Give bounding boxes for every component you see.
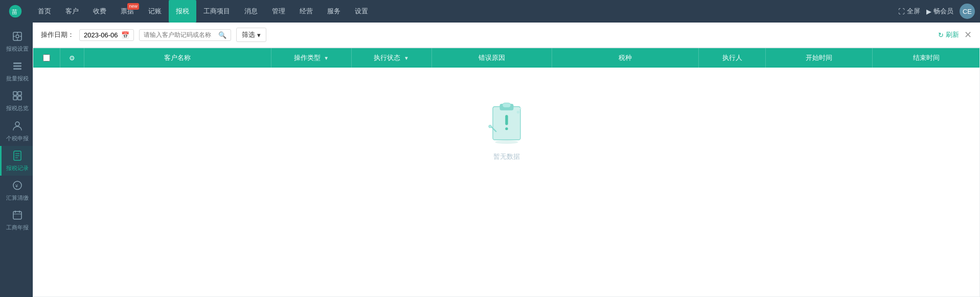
svg-point-32 xyxy=(488,125,491,128)
svg-point-15 xyxy=(15,122,19,126)
personal-tax-icon xyxy=(12,120,23,133)
fullscreen-icon: ⛶ xyxy=(898,8,905,15)
gear-icon[interactable]: ⚙ xyxy=(69,54,75,62)
sidebar-item-annual-report[interactable]: 工商年报 xyxy=(0,205,33,235)
th-executor: 执行人 xyxy=(699,48,766,68)
svg-text:¥: ¥ xyxy=(15,183,18,188)
tax-records-icon xyxy=(12,150,23,163)
nav-item-operation[interactable]: 经营 xyxy=(292,0,320,23)
nav-item-invoice[interactable]: 票据new xyxy=(113,0,141,23)
th-gear: ⚙ xyxy=(60,48,84,68)
sidebar-label-batch-tax: 批量报税 xyxy=(6,75,29,82)
sidebar-item-batch-tax[interactable]: 批量报税 xyxy=(0,56,33,86)
data-table: ⚙ 客户名称 操作类型 ▼ 执行状态 ▼ xyxy=(33,48,979,192)
svg-point-3 xyxy=(16,35,19,38)
annual-report-icon xyxy=(12,209,23,222)
sidebar-label-annual-report: 工商年报 xyxy=(6,224,29,231)
svg-rect-14 xyxy=(18,96,21,100)
sidebar-item-settlement[interactable]: ¥汇算清缴 xyxy=(0,176,33,205)
nav-items: 首页客户收费票据new记账报税工商项目消息管理经营服务设置 xyxy=(31,0,898,23)
th-error-reason: 错误原因 xyxy=(431,48,552,68)
nav-item-industry[interactable]: 工商项目 xyxy=(196,0,237,23)
svg-rect-28 xyxy=(502,103,510,108)
nav-item-billing[interactable]: 收费 xyxy=(86,0,113,23)
th-tax-type: 税种 xyxy=(552,48,699,68)
content-area: 操作日期： 2023-06-06 📅 🔍 筛选 ▾ ↻ 刷新 ✕ xyxy=(33,23,980,297)
sidebar-label-personal-tax: 个税申报 xyxy=(6,135,29,142)
nav-item-settings[interactable]: 设置 xyxy=(348,0,375,23)
svg-rect-13 xyxy=(13,96,17,100)
th-exec-status[interactable]: 执行状态 ▼ xyxy=(351,48,431,68)
batch-tax-icon xyxy=(12,60,23,73)
filter-button[interactable]: 筛选 ▾ xyxy=(236,28,266,42)
empty-state: 暂无数据 xyxy=(33,68,979,192)
svg-rect-30 xyxy=(505,128,508,130)
svg-rect-9 xyxy=(13,66,21,67)
nav-item-management[interactable]: 管理 xyxy=(265,0,292,23)
refresh-label: 刷新 xyxy=(946,30,959,39)
date-label: 操作日期： xyxy=(41,30,74,39)
refresh-icon: ↻ xyxy=(938,31,944,39)
tax-overview-icon xyxy=(12,90,23,103)
member-label: 畅会员 xyxy=(933,7,953,16)
close-button[interactable]: ✕ xyxy=(964,30,972,39)
sidebar-item-tax-overview[interactable]: 报税总览 xyxy=(0,86,33,116)
date-picker[interactable]: 2023-06-06 📅 xyxy=(79,29,134,41)
sidebar-item-tax-records[interactable]: 报税记录 xyxy=(0,146,33,176)
toolbar: 操作日期： 2023-06-06 📅 🔍 筛选 ▾ ↻ 刷新 ✕ xyxy=(33,23,980,48)
sidebar: 报税设置批量报税报税总览个税申报报税记录¥汇算清缴工商年报 xyxy=(0,23,33,297)
empty-icon xyxy=(484,98,530,146)
toolbar-right: ↻ 刷新 ✕ xyxy=(938,30,972,39)
table-body: 暂无数据 xyxy=(33,68,979,192)
video-icon: ▶ xyxy=(926,8,931,15)
sidebar-label-tax-overview: 报税总览 xyxy=(6,105,29,112)
empty-text: 暂无数据 xyxy=(493,152,520,161)
tax-settings-icon xyxy=(12,31,23,44)
nav-item-customers[interactable]: 客户 xyxy=(58,0,86,23)
avatar[interactable]: CE xyxy=(960,4,975,19)
nav-item-home[interactable]: 首页 xyxy=(31,0,58,23)
th-start-time: 开始时间 xyxy=(766,48,873,68)
nav-item-message[interactable]: 消息 xyxy=(237,0,265,23)
nav-item-tax[interactable]: 报税 xyxy=(169,0,196,23)
svg-point-35 xyxy=(495,140,518,144)
app-logo[interactable]: 苗 xyxy=(5,1,26,22)
th-checkbox xyxy=(33,48,60,68)
sidebar-label-settlement: 汇算清缴 xyxy=(6,195,29,201)
th-op-type[interactable]: 操作类型 ▼ xyxy=(271,48,351,68)
svg-rect-10 xyxy=(13,68,21,70)
svg-rect-8 xyxy=(13,62,21,64)
calendar-icon: 📅 xyxy=(121,31,129,39)
main-layout: 报税设置批量报税报税总览个税申报报税记录¥汇算清缴工商年报 操作日期： 2023… xyxy=(0,23,980,297)
sidebar-item-tax-settings[interactable]: 报税设置 xyxy=(0,27,33,56)
nav-item-bookkeeping[interactable]: 记账 xyxy=(141,0,169,23)
nav-badge-invoice: new xyxy=(127,3,139,10)
search-input[interactable] xyxy=(144,31,215,38)
svg-rect-29 xyxy=(505,115,508,125)
data-table-container: ⚙ 客户名称 操作类型 ▼ 执行状态 ▼ xyxy=(33,48,980,297)
svg-point-33 xyxy=(516,111,519,113)
svg-rect-11 xyxy=(13,92,17,95)
nav-right: ⛶ 全屏 ▶ 畅会员 CE xyxy=(898,4,975,19)
filter-label: 筛选 xyxy=(242,30,255,39)
fullscreen-label: 全屏 xyxy=(907,7,920,16)
sidebar-label-tax-records: 报税记录 xyxy=(6,165,29,172)
sort-icon-optype: ▼ xyxy=(324,55,329,61)
sort-icon-status: ▼ xyxy=(404,55,409,61)
th-customer-name: 客户名称 xyxy=(84,48,271,68)
fullscreen-btn[interactable]: ⛶ 全屏 xyxy=(898,7,920,16)
sidebar-item-personal-tax[interactable]: 个税申报 xyxy=(0,116,33,146)
chevron-down-icon: ▾ xyxy=(257,31,261,39)
search-icon: 🔍 xyxy=(218,31,226,39)
nav-item-service[interactable]: 服务 xyxy=(320,0,348,23)
refresh-button[interactable]: ↻ 刷新 xyxy=(938,30,959,39)
date-value: 2023-06-06 xyxy=(84,31,118,39)
sidebar-label-tax-settings: 报税设置 xyxy=(6,46,29,52)
svg-text:苗: 苗 xyxy=(12,9,17,15)
search-box[interactable]: 🔍 xyxy=(139,29,231,41)
member-btn[interactable]: ▶ 畅会员 xyxy=(926,7,953,16)
settlement-icon: ¥ xyxy=(12,180,23,193)
svg-rect-12 xyxy=(18,92,21,95)
svg-rect-22 xyxy=(13,211,21,219)
select-all-checkbox[interactable] xyxy=(43,54,50,61)
